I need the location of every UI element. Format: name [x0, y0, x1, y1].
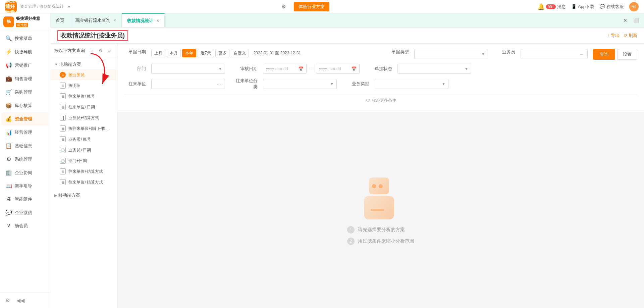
sidebar-item-search[interactable]: 🔍 搜索菜单 — [1, 32, 49, 45]
user-avatar[interactable]: Rit — [629, 2, 639, 11]
enterprise-icon: 🏢 — [5, 169, 12, 176]
doc-status-select[interactable]: ▼ — [397, 64, 471, 74]
scheme-group-mobile[interactable]: ▶ 移动端方案 — [50, 190, 117, 200]
sidebar-item-quick-nav[interactable]: ⚡ 快捷导航 — [1, 45, 49, 58]
tab-collection-stats-close[interactable]: × — [157, 18, 159, 23]
add-scheme-button[interactable]: + — [88, 47, 96, 54]
dept-date-scheme-icon: 🕐 — [60, 158, 66, 164]
salesperson-label: 业务员 — [493, 49, 515, 55]
gear-icon[interactable]: ⚙ — [279, 2, 288, 11]
sidebar-item-enterprise-wechat[interactable]: 💬 企业微信 — [1, 206, 49, 219]
top-brand-area: 畅捷通好生意 资金管理 / 收款情况统计 ▼ — [5, 1, 71, 12]
sales-icon: 💼 — [5, 75, 12, 82]
step-2-number: 2 — [347, 238, 355, 245]
sidebar-item-purchase[interactable]: 🛒 采购管理 — [1, 86, 49, 99]
scheme-item-dept-date[interactable]: 🕐 部门+日期 — [50, 155, 117, 166]
date-this-year-btn[interactable]: 本年 — [182, 49, 196, 57]
scheme-item-by-salesperson[interactable]: 人 按业务员 — [50, 69, 117, 80]
tab-collection-stats[interactable]: 收款情况统计 × — [122, 13, 165, 27]
refresh-icon: ↺ — [624, 33, 627, 38]
salesperson-select[interactable]: ··· — [521, 49, 588, 59]
scheme-item-unit-account[interactable]: ▦ 往来单位+账号 — [50, 91, 117, 102]
tab-home[interactable]: 首页 — [50, 13, 70, 27]
scheme-item-unit-dept-collection[interactable]: ▦ 按往来单位+部门+收... — [50, 123, 117, 134]
chevron-down-icon[interactable]: ▼ — [67, 4, 71, 9]
date-last-month-btn[interactable]: 上月 — [151, 49, 165, 57]
app-download[interactable]: 📱App下载 — [571, 4, 594, 10]
review-date-label: 审核日期 — [236, 66, 258, 72]
partner-category-label: 往来单位分类 — [236, 78, 258, 90]
collapse-scheme-panel-icon[interactable]: « — [106, 47, 113, 54]
notification-area[interactable]: 🔔 99+ 消息 — [537, 3, 566, 10]
smart-hardware-icon: 🖨 — [5, 196, 12, 202]
sidebar-item-smart-hardware[interactable]: 🖨 智能硬件 — [1, 193, 49, 206]
biz-type-select[interactable]: ▼ — [375, 79, 448, 89]
sidebar-item-system[interactable]: ⚙ 系统管理 — [1, 153, 49, 166]
sidebar-item-enterprise[interactable]: 🏢 企业协同 — [1, 166, 49, 179]
sidebar-item-finance[interactable]: 💰 资金管理 — [1, 112, 49, 125]
date-this-month-btn[interactable]: 本月 — [167, 49, 181, 57]
date-last-7days-btn[interactable]: 近7天 — [198, 49, 214, 57]
doc-status-chevron-down-icon: ▼ — [465, 67, 468, 71]
operation-icon: 📊 — [5, 129, 12, 136]
scheme-item-unit-settlement2[interactable]: ▦ 往来单位+结算方式 — [50, 177, 117, 188]
sidebar-item-basic-info[interactable]: 📋 基础信息 — [1, 139, 49, 152]
query-button[interactable]: 查询 — [593, 49, 615, 60]
partner-more-icon: ··· — [216, 82, 222, 87]
scheme-panel-label: 按以下方案查询 — [54, 48, 86, 54]
date-custom-btn[interactable]: 自定义 — [231, 49, 249, 57]
online-service[interactable]: 💬在线客服 — [600, 4, 624, 10]
sidebar-item-member[interactable]: V 畅会员 — [1, 219, 49, 232]
sidebar-item-sales[interactable]: 💼 销售管理 — [1, 72, 49, 85]
review-date-start[interactable]: yyyy-mm-dd 📅 — [263, 64, 307, 74]
collapse-sidebar-icon[interactable]: ◀◀ — [15, 295, 25, 305]
doc-type-select[interactable]: ▼ — [414, 49, 488, 59]
biz-type-label: 业务类型 — [347, 81, 369, 87]
sidebar-item-operation[interactable]: 📊 经营管理 — [1, 126, 49, 139]
dept-label: 部门 — [124, 66, 146, 72]
settings-bottom-icon[interactable]: ⚙ — [3, 295, 13, 305]
filter-settings-button[interactable]: 设置 — [617, 49, 637, 60]
review-date-end[interactable]: yyyy-mm-dd 📅 — [316, 64, 360, 74]
tab-bank-flow[interactable]: 现金银行流水查询 × — [70, 13, 122, 27]
scheme-group-desktop[interactable]: ▼ 电脑端方案 — [50, 59, 117, 69]
partner-select[interactable]: ··· — [151, 79, 225, 89]
scheme-item-by-detail[interactable]: ⊞ 按明细 — [50, 80, 117, 91]
collapse-filter-button[interactable]: ∧∧ 收起更多条件 — [124, 94, 637, 107]
guide-icon: 📖 — [5, 183, 12, 189]
trial-button[interactable]: 体验行业方案 — [294, 2, 329, 11]
sidebar-item-inventory[interactable]: 📦 库存核算 — [1, 99, 49, 112]
scheme-item-unit-date[interactable]: ▦ 往来单位+日期 — [50, 102, 117, 112]
maximize-icon[interactable]: ⬜ — [632, 16, 640, 24]
export-button[interactable]: ↑ 导出 — [607, 33, 620, 39]
scheme-settings-icon[interactable]: ⚙ — [97, 47, 104, 54]
salesperson-more-icon: ··· — [578, 52, 585, 57]
tab-home-label: 首页 — [56, 17, 64, 23]
unit-settlement2-scheme-icon: ▦ — [60, 179, 66, 185]
refresh-button[interactable]: ↺ 刷新 — [624, 33, 637, 39]
app-name: 畅捷通好生意 — [16, 16, 40, 21]
app-logo: 畅捷通好生意 — [5, 1, 17, 12]
salesperson-date-scheme-icon: 🕐 — [60, 147, 66, 153]
scheme-item-salesperson-account[interactable]: ▦ 业务员+账号 — [50, 134, 117, 145]
partner-category-select[interactable]: ▼ — [263, 79, 337, 89]
unit-date-scheme-icon: ▦ — [60, 104, 66, 110]
scheme-item-unit-settlement1[interactable]: ⊞ 往来单位+结算方式 — [50, 166, 117, 177]
scheme-item-salesperson-date[interactable]: 🕐 业务员+日期 — [50, 145, 117, 155]
system-icon: ⚙ — [5, 156, 12, 162]
date-more-btn[interactable]: 更多 — [215, 49, 229, 57]
finance-icon: 💰 — [5, 116, 12, 122]
sidebar-item-guide[interactable]: 📖 新手引导 — [1, 179, 49, 193]
salesperson-scheme-icon: 人 — [60, 72, 66, 78]
enterprise-wechat-icon: 💬 — [5, 209, 12, 216]
scheme-item-salesperson-settlement[interactable]: ▐ 业务员+结算方式 — [50, 112, 117, 123]
review-date-end-placeholder: yyyy-mm-dd — [319, 66, 341, 71]
sidebar-item-marketing[interactable]: 📢 营销推广 — [1, 59, 49, 72]
dept-chevron-down-icon: ▼ — [218, 67, 222, 71]
tab-bank-flow-close[interactable]: × — [114, 18, 116, 23]
dept-select[interactable]: ▼ — [151, 64, 225, 74]
doc-type-chevron-down-icon: ▼ — [481, 52, 485, 56]
member-icon: V — [5, 223, 12, 228]
close-all-tabs-icon[interactable]: ✕ — [621, 16, 629, 24]
chevron-down-scheme-icon: ▼ — [54, 62, 58, 66]
